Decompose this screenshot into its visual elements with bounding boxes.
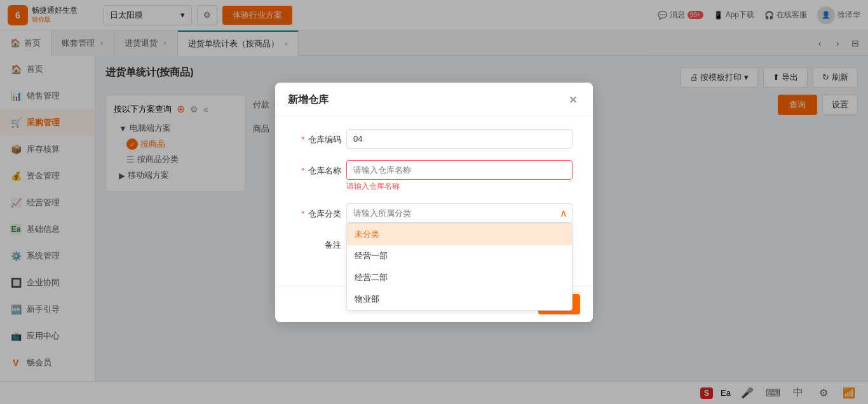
name-required-star: * <box>301 166 304 175</box>
category-dropdown: 未分类 经营一部 经营二部 物业部 <box>346 223 573 311</box>
dialog-body: * 仓库编码 * 仓库名称 请输入仓库名称 <box>275 116 593 274</box>
name-field-wrap: 请输入仓库名称 <box>346 160 573 192</box>
category-required-star: * <box>301 209 304 219</box>
name-label: * 仓库名称 <box>295 160 346 177</box>
code-field-wrap <box>346 129 573 149</box>
code-required-star: * <box>301 135 304 144</box>
category-field-wrap: ∧ 未分类 经营一部 经营二部 物业部 <box>346 203 573 223</box>
code-label-text: 仓库编码 <box>308 135 341 144</box>
category-label-text: 仓库分类 <box>308 209 341 219</box>
remark-label-text: 备注 <box>325 240 341 250</box>
name-error-msg: 请输入仓库名称 <box>346 181 573 192</box>
dialog-header: 新增仓库 ✕ <box>275 83 593 116</box>
modal-overlay[interactable]: 新增仓库 ✕ * 仓库编码 * 仓库名称 <box>0 0 868 404</box>
dialog-title: 新增仓库 <box>288 93 329 107</box>
remark-label: 备注 <box>295 234 346 251</box>
form-row-name: * 仓库名称 请输入仓库名称 <box>295 160 573 192</box>
category-arrow-icon: ∧ <box>560 207 567 219</box>
dropdown-item-3[interactable]: 物业部 <box>347 288 572 310</box>
code-label: * 仓库编码 <box>295 129 346 145</box>
form-row-code: * 仓库编码 <box>295 129 573 149</box>
name-label-text: 仓库名称 <box>308 166 341 175</box>
dropdown-item-1[interactable]: 经营一部 <box>347 245 572 267</box>
dialog-close-button[interactable]: ✕ <box>565 93 580 108</box>
warehouse-name-input[interactable] <box>346 160 573 180</box>
category-label: * 仓库分类 <box>295 203 346 220</box>
dropdown-item-2[interactable]: 经营二部 <box>347 267 572 288</box>
form-row-category: * 仓库分类 ∧ 未分类 经营一部 经营二部 物业部 <box>295 203 573 223</box>
warehouse-category-input[interactable] <box>346 203 573 223</box>
warehouse-code-input[interactable] <box>346 129 573 149</box>
dropdown-item-0[interactable]: 未分类 <box>347 224 572 245</box>
dialog-new-warehouse: 新增仓库 ✕ * 仓库编码 * 仓库名称 <box>275 83 593 322</box>
